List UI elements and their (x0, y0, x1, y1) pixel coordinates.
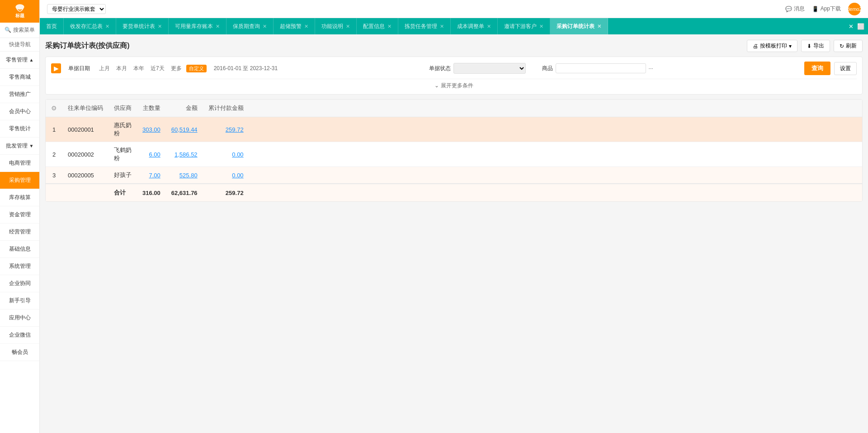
goods-input[interactable] (556, 63, 646, 73)
cell-qty[interactable]: 303.00 (137, 117, 166, 142)
sidebar-item-marketing[interactable]: 营销推广 (0, 86, 39, 103)
close-icon[interactable]: ✕ (440, 24, 444, 29)
cell-spacer (249, 117, 862, 142)
cell-paid[interactable]: 0.00 (203, 167, 249, 184)
date-tab-this-year[interactable]: 本年 (132, 64, 146, 73)
cell-paid[interactable]: 259.72 (203, 117, 249, 142)
tab-overstock[interactable]: 超储预警 ✕ (274, 18, 315, 34)
close-icon[interactable]: ✕ (263, 24, 267, 29)
cell-amount[interactable]: 1,586.52 (166, 142, 203, 167)
close-icon[interactable]: ✕ (597, 24, 601, 29)
close-icon[interactable]: ✕ (216, 24, 220, 29)
sidebar-item-stock-label: 库存核算 (9, 194, 31, 201)
expand-more-btn[interactable]: ⌄ 展开更多条件 (51, 79, 857, 90)
app-icon: 📱 (812, 6, 819, 12)
settings-icon[interactable]: ⚙ (51, 105, 57, 112)
tab-stock-book[interactable]: 可用量库存账本 ✕ (169, 18, 226, 34)
sidebar-item-retail-stat[interactable]: 零售统计 (0, 120, 39, 138)
sidebar-item-ops[interactable]: 经营管理 (0, 224, 39, 241)
page-actions: 🖨 按模板打印 ▾ ⬇ 导出 ↻ 刷新 (747, 40, 863, 52)
sidebar-item-vip[interactable]: 畅会员 (0, 344, 39, 361)
search-icon: 🔍 (5, 27, 11, 33)
close-icon[interactable]: ✕ (346, 24, 350, 29)
cell-amount[interactable]: 60,519.44 (166, 117, 203, 142)
print-button[interactable]: 🖨 按模板打印 ▾ (747, 40, 797, 52)
message-btn[interactable]: 💬 消息 (785, 5, 805, 13)
tab-purchase-summary[interactable]: 采购订单统计表 ✕ (550, 18, 608, 34)
filter-toggle-button[interactable]: ▶ (51, 63, 61, 73)
col-settings[interactable]: ⚙ (46, 100, 62, 117)
sidebar-item-purchase[interactable]: 采购管理 (0, 172, 39, 189)
close-icon[interactable]: ✕ (158, 24, 162, 29)
sidebar-item-retail-mall[interactable]: 零售商城 (0, 69, 39, 86)
tab-collect[interactable]: 收发存汇总表 ✕ (64, 18, 116, 34)
cell-no: 3 (46, 167, 62, 184)
sidebar-item-collab[interactable]: 企业协同 (0, 275, 39, 292)
export-button[interactable]: ⬇ 导出 (801, 40, 830, 52)
sidebar-item-system[interactable]: 系统管理 (0, 258, 39, 275)
footer-amount: 62,631.76 (166, 184, 203, 201)
tab-collect-label: 收发存汇总表 (70, 23, 103, 30)
table-footer-row: 合计 316.00 62,631.76 259.72 (46, 184, 862, 201)
goods-more-btn[interactable]: ··· (649, 65, 653, 71)
maximize-icon[interactable]: ⬜ (857, 23, 864, 30)
sidebar-item-ecom[interactable]: 电商管理 (0, 155, 39, 172)
close-icon[interactable]: ✕ (487, 24, 491, 29)
sidebar-item-retail[interactable]: 零售管理 ▲ (0, 52, 39, 69)
tab-cost[interactable]: 成本调整单 ✕ (451, 18, 498, 34)
app-download-btn[interactable]: 📱 App下载 (812, 5, 841, 13)
status-filter: 单据状态 (429, 63, 526, 74)
sidebar-item-vip-label: 畅会员 (12, 348, 28, 356)
cell-code: 00020002 (62, 142, 108, 167)
tab-cost-label: 成本调整单 (457, 23, 484, 30)
date-tab-last-month[interactable]: 上月 (97, 64, 112, 73)
sidebar-item-wholesale[interactable]: 批发管理 ▼ (0, 138, 39, 155)
close-all-icon[interactable]: ✕ (849, 23, 854, 30)
sidebar-item-wechat[interactable]: 企业微信 (0, 327, 39, 344)
refresh-button[interactable]: ↻ 刷新 (834, 40, 863, 52)
chevron-down-icon: ▲ (29, 57, 34, 62)
search-menu[interactable]: 🔍 搜索菜单 (0, 23, 39, 38)
sidebar-item-basic[interactable]: 基础信息 (0, 241, 39, 258)
settings-button[interactable]: 设置 (834, 62, 857, 75)
close-icon[interactable]: ✕ (304, 24, 308, 29)
table-header-row: ⚙ 往来单位编码 供应商 主数量 金额 累计付款金额 (46, 100, 862, 117)
table-row: 2 00020002 飞鹤奶粉 6.00 1,586.52 0.00 (46, 142, 862, 167)
cell-amount[interactable]: 525.80 (166, 167, 203, 184)
quick-nav[interactable]: 快捷导航 (0, 38, 39, 52)
tab-warranty[interactable]: 保质期查询 ✕ (226, 18, 274, 34)
close-icon[interactable]: ✕ (105, 24, 109, 29)
cell-qty[interactable]: 6.00 (137, 142, 166, 167)
sidebar-item-newbie[interactable]: 新手引导 (0, 292, 39, 309)
tab-task[interactable]: 拣货任务管理 ✕ (398, 18, 451, 34)
date-tab-more[interactable]: 更多 (169, 64, 184, 73)
date-tab-this-month[interactable]: 本月 (114, 64, 129, 73)
tab-home[interactable]: 首页 (40, 18, 64, 34)
topbar-right: 💬 消息 📱 App下载 demo2 (785, 3, 861, 15)
tab-invite[interactable]: 邀请下游客户 ✕ (498, 18, 550, 34)
cell-qty[interactable]: 7.00 (137, 167, 166, 184)
sidebar-item-finance[interactable]: 资金管理 (0, 206, 39, 224)
close-icon[interactable]: ✕ (387, 24, 392, 29)
user-avatar[interactable]: demo2 (848, 3, 861, 15)
tab-config[interactable]: 配置信息 ✕ (357, 18, 398, 34)
col-spacer (249, 100, 862, 117)
cell-paid[interactable]: 0.00 (203, 142, 249, 167)
tab-func[interactable]: 功能说明 ✕ (315, 18, 357, 34)
status-select[interactable] (453, 63, 526, 74)
close-icon[interactable]: ✕ (539, 24, 543, 29)
logo-text: 标题 (15, 13, 24, 19)
tab-home-label: 首页 (46, 23, 57, 30)
sidebar-item-app-center[interactable]: 应用中心 (0, 309, 39, 327)
tab-purchase-summary-label: 采购订单统计表 (557, 23, 594, 30)
sidebar-item-stock[interactable]: 库存核算 (0, 189, 39, 206)
cell-no: 1 (46, 117, 62, 142)
date-tab-7days[interactable]: 近7天 (149, 64, 166, 73)
sidebar-item-member[interactable]: 会员中心 (0, 103, 39, 120)
filter-row-1: ▶ 单据日期 上月 本月 本年 近7天 更多 自定义 2016-01-01 至 … (51, 62, 857, 75)
query-button[interactable]: 查询 (804, 62, 830, 75)
tab-purchase-detail[interactable]: 要货单统计表 ✕ (116, 18, 169, 34)
col-code: 往来单位编码 (62, 100, 108, 117)
org-selector[interactable]: 母婴行业演示账套 (47, 4, 106, 14)
sidebar-item-wholesale-label: 批发管理 (6, 142, 28, 150)
